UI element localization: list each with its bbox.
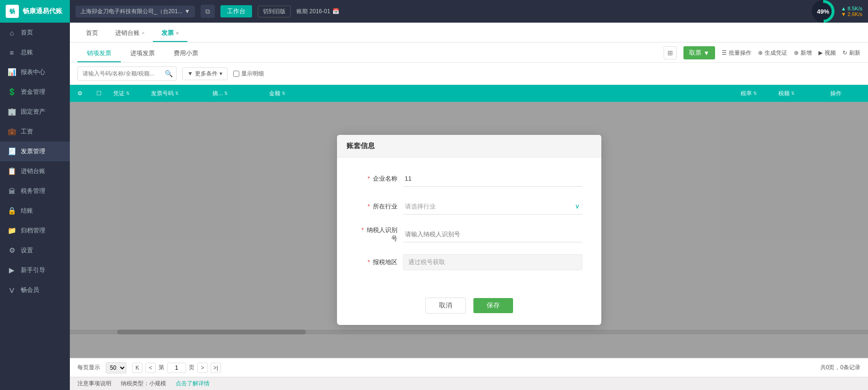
sidebar-item-reports[interactable]: 📊 报表中心: [0, 62, 70, 82]
sidebar-item-label: 畅会员: [21, 286, 39, 294]
sidebar-item-guide[interactable]: ▶ 新手引导: [0, 260, 70, 280]
grid-view-btn[interactable]: ⊞: [664, 46, 677, 59]
sidebar: 畅 畅康通易代账 ⌂ 首页 ≡ 总账 📊 报表中心 💲 资金管理 🏢 固定资产 …: [0, 0, 70, 390]
per-page-select[interactable]: 50: [106, 362, 126, 373]
old-version-button[interactable]: 切到旧版: [258, 6, 291, 17]
tax-icon: 🏛: [8, 187, 16, 195]
first-page-btn[interactable]: K: [132, 363, 143, 373]
settings-icon: ⚙: [8, 246, 16, 255]
payroll-icon: 💼: [8, 127, 16, 136]
total-records: 共0页，0条记录: [820, 364, 860, 372]
sidebar-logo: 畅 畅康通易代账: [0, 0, 70, 23]
th-action: 操作: [826, 90, 864, 98]
batch-op-btn[interactable]: ☰ 批量操作: [722, 49, 751, 57]
tab-home[interactable]: 首页: [77, 25, 107, 42]
sidebar-item-label: 固定资产: [21, 108, 45, 116]
sidebar-item-invoice[interactable]: 🧾 发票管理: [0, 141, 70, 161]
subtab-sales-invoice[interactable]: 销项发票: [77, 46, 121, 62]
th-tax-amount[interactable]: 税额 ⇅: [775, 90, 826, 98]
sidebar-item-label: 结账: [21, 207, 33, 215]
page-input[interactable]: [167, 363, 186, 373]
sidebar-item-label: 新手引导: [21, 266, 45, 274]
last-page-btn[interactable]: >|: [211, 363, 221, 373]
th-tax-rate[interactable]: 税率 ⇅: [737, 90, 775, 98]
sidebar-item-settings[interactable]: ⚙ 设置: [0, 241, 70, 260]
workbench-button[interactable]: 工作台: [220, 5, 252, 17]
subtab-sales-invoice-label: 销项发票: [87, 50, 111, 57]
period-display: 账期 2016-01 📅: [296, 8, 339, 16]
sidebar-item-closing[interactable]: 🔒 结账: [0, 201, 70, 221]
sidebar-item-home[interactable]: ⌂ 首页: [0, 23, 70, 42]
settings-col-icon: ⚙: [77, 90, 83, 97]
video-btn[interactable]: ▶ 视频: [818, 49, 836, 57]
chevron-down-icon: ▼: [703, 50, 709, 57]
th-checkbox[interactable]: ☐: [93, 90, 110, 97]
voucher-icon: ⊕: [758, 50, 763, 56]
sidebar-item-payroll[interactable]: 💼 工资: [0, 122, 70, 141]
form-row-company-name: * 企业名称: [356, 171, 582, 187]
sidebar-item-archive[interactable]: 📁 归档管理: [0, 221, 70, 241]
prev-page-btn[interactable]: <: [145, 363, 156, 373]
main-content: 上海卯金刀电子科技有限公司_（台201... ▼ ⧉ 工作台 切到旧版 账期 2…: [70, 0, 868, 390]
next-page-btn[interactable]: >: [197, 363, 208, 373]
modal-body: * 企业名称 * 所在行业 请选择行业: [337, 158, 601, 291]
sort-icon: ⇅: [753, 91, 757, 96]
new-btn[interactable]: ⊕ 新增: [794, 49, 812, 57]
filter-icon: ▼: [187, 70, 193, 77]
th-invoice-no[interactable]: 发票号码 ⇅: [147, 90, 209, 98]
show-detail-checkbox[interactable]: 显示明细: [233, 70, 264, 78]
sidebar-item-funds[interactable]: 💲 资金管理: [0, 82, 70, 102]
page-label: 第: [159, 364, 164, 372]
cancel-button[interactable]: 取消: [425, 298, 466, 314]
page-control: K < 第 页 > >|: [132, 363, 221, 373]
topbar: 上海卯金刀电子科技有限公司_（台201... ▼ ⧉ 工作台 切到旧版 账期 2…: [70, 0, 868, 23]
sidebar-item-member[interactable]: V 畅会员: [0, 280, 70, 300]
status-bar: 注意事项说明 纳税类型：小规模 点击了解详情: [70, 377, 868, 390]
tab-invoice-close[interactable]: ×: [176, 30, 178, 36]
tab-invoice-label: 发票: [161, 29, 174, 37]
calendar-icon[interactable]: 📅: [332, 8, 339, 15]
sidebar-item-tax[interactable]: 🏛 税务管理: [0, 181, 70, 201]
select-industry[interactable]: 请选择行业: [403, 198, 582, 214]
refresh-btn[interactable]: ↻ 刷新: [843, 49, 860, 57]
company-name: 上海卯金刀电子科技有限公司_（台201...: [80, 8, 183, 16]
tab-sales-close[interactable]: ×: [142, 30, 144, 36]
save-button[interactable]: 保存: [473, 298, 513, 313]
status-detail-link[interactable]: 点击了解详情: [176, 380, 210, 388]
content-area: 账套信息 * 企业名称 * 所在行业: [70, 102, 868, 358]
batch-op-icon: ☰: [722, 50, 727, 56]
speed-widget: 49% ▲ 8.5K/s ▼ 2.6K/s: [812, 0, 862, 23]
input-company-name[interactable]: [403, 171, 582, 187]
modal-footer: 取消 保存: [337, 291, 601, 325]
filter-btn[interactable]: ▼ 更多条件 ▾: [182, 67, 228, 80]
label-tax-region: * 报税地区: [356, 258, 403, 266]
sidebar-item-ledger[interactable]: ≡ 总账: [0, 42, 70, 62]
sort-icon: ⇅: [791, 91, 795, 96]
th-summary[interactable]: 摘... ⇅: [209, 90, 265, 98]
search-wrap: 🔍: [77, 66, 177, 81]
tab-sales[interactable]: 进销台账 ×: [107, 25, 153, 42]
period-value: 2016-01: [310, 8, 330, 15]
sales-icon: 📋: [8, 167, 16, 175]
company-selector[interactable]: 上海卯金刀电子科技有限公司_（台201... ▼: [76, 6, 195, 17]
subtab-purchase-invoice[interactable]: 进项发票: [121, 46, 164, 62]
sort-icon: ⇅: [175, 91, 179, 96]
video-icon: ▶: [818, 50, 823, 56]
search-input[interactable]: [77, 66, 177, 81]
show-detail-input[interactable]: [233, 71, 239, 77]
gen-voucher-btn[interactable]: ⊕ 生成凭证: [758, 49, 787, 57]
tab-sales-label: 进销台账: [115, 29, 140, 37]
tab-invoice[interactable]: 发票 ×: [153, 25, 187, 42]
logo-text: 畅康通易代账: [23, 7, 62, 16]
sidebar-item-label: 资金管理: [21, 88, 45, 96]
subtab-expense[interactable]: 费用小票: [164, 46, 208, 62]
th-amount[interactable]: 金额 ⇅: [265, 90, 737, 98]
copy-button[interactable]: ⧉: [201, 5, 215, 18]
input-tax-id[interactable]: [403, 226, 582, 242]
sidebar-item-assets[interactable]: 🏢 固定资产: [0, 102, 70, 122]
sidebar-item-sales[interactable]: 📋 进销台账: [0, 161, 70, 181]
page-suffix: 页: [189, 364, 194, 372]
ticket-btn[interactable]: 取票 ▼: [683, 46, 715, 59]
th-voucher[interactable]: 凭证 ⇅: [110, 90, 147, 98]
sidebar-item-label: 进销台账: [21, 167, 45, 175]
